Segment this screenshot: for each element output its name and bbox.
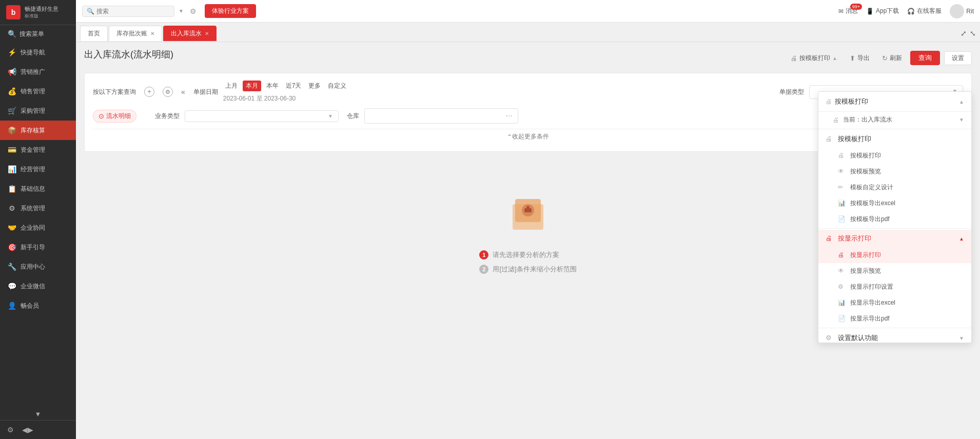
sidebar-item-finance[interactable]: 💳 资金管理 [0, 140, 76, 159]
message-icon: ✉ [838, 8, 844, 15]
filter-biztype-area: 业务类型 ▼ [155, 110, 339, 122]
item-display-printer-icon: 🖨 [838, 251, 846, 260]
tab-flow-close[interactable]: ✕ [205, 31, 209, 36]
tab-flow[interactable]: 出入库流水 ✕ [163, 26, 217, 41]
sidebar-settings-icon[interactable]: ⚙ [7, 426, 14, 434]
date-prev-month[interactable]: 上月 [223, 81, 240, 91]
export-button[interactable]: ⬆ 导出 [846, 52, 874, 65]
template-print-label: 按模板打印 [799, 54, 830, 63]
filter-label: 按以下方案查询 [93, 88, 136, 96]
item-display-print[interactable]: 🖨 按显示打印 [818, 247, 971, 263]
filter-setting-button[interactable]: ⚙ [163, 87, 173, 97]
user-area[interactable]: Rit [950, 4, 974, 18]
sidebar-item-marketing[interactable]: 📢 营销推广 [0, 62, 76, 82]
sidebar-item-apps[interactable]: 🔧 应用中心 [0, 257, 76, 276]
search-icon: 🔍 [7, 29, 16, 38]
sidebar-item-member[interactable]: 👤 畅会员 [0, 296, 76, 315]
section-display-print: 🖨 按显示打印 ▲ 🖨 按显示打印 👁 按显示预览 [818, 230, 971, 327]
tab-batch[interactable]: 库存批次账 ✕ [109, 26, 162, 41]
sidebar-item-wechat[interactable]: 💬 企业微信 [0, 276, 76, 296]
tabbar: 首页 库存批次账 ✕ 出入库流水 ✕ ⤢ ⤡ [76, 23, 980, 42]
filter-tag[interactable]: ⊙ 流水明细 [93, 110, 136, 123]
search-chevron-icon[interactable]: ▼ [179, 8, 184, 14]
biz-type-select[interactable]: ▼ [185, 110, 339, 122]
item-pdf-icon: 📄 [838, 215, 846, 224]
item-template-print[interactable]: 🖨 按模板打印 [818, 148, 971, 164]
warehouse-select[interactable]: ··· [364, 108, 518, 124]
tab-home-label: 首页 [88, 29, 100, 38]
item-excel-icon: 📊 [838, 199, 846, 208]
sidebar-item-coop[interactable]: 🤝 企业协同 [0, 218, 76, 237]
sidebar-toggle-icon[interactable]: ◀▶ [22, 426, 33, 434]
date-more[interactable]: 更多 [306, 81, 323, 91]
purchase-icon: 🛒 [7, 106, 16, 115]
tab-batch-close[interactable]: ✕ [150, 31, 154, 36]
message-button[interactable]: ✉ 消息 99+ [838, 7, 858, 15]
search-input[interactable] [96, 8, 158, 15]
sidebar-scroll-down[interactable]: ▼ [0, 408, 76, 420]
filter-tag-icon: ⊙ [99, 112, 104, 120]
app-download-button[interactable]: 📱 App下载 [866, 7, 899, 15]
filter-date-area: 单据日期 上月 本月 本年 近7天 更多 自定义 2023-06-01 至 20… [193, 81, 771, 103]
avatar [950, 4, 964, 18]
section-default-setting: ⚙ 设置默认功能 ▼ [818, 329, 971, 343]
sidebar-item-quick-nav[interactable]: ⚡ 快捷导航 [0, 43, 76, 62]
item-template-excel[interactable]: 📊 按模板导出excel [818, 195, 971, 211]
item-label: 按显示打印 [850, 251, 881, 260]
filter-warehouse-area: 仓库 ··· [347, 108, 518, 124]
filter-collapse-left[interactable]: « [181, 88, 185, 96]
sidebar-search-item[interactable]: 🔍 搜索菜单 [0, 25, 76, 43]
sidebar-item-system[interactable]: ⚙ 系统管理 [0, 198, 76, 218]
section-display-header[interactable]: 🖨 按显示打印 ▲ [818, 230, 971, 247]
item-display-excel[interactable]: 📊 按显示导出excel [818, 295, 971, 311]
filter-add-button[interactable]: + [144, 87, 154, 97]
date-custom[interactable]: 自定义 [326, 81, 348, 91]
inventory-icon: 📦 [7, 126, 16, 135]
sidebar-item-purchase[interactable]: 🛒 采购管理 [0, 101, 76, 121]
settings-button[interactable]: 设置 [944, 51, 972, 65]
warehouse-more-icon: ··· [506, 111, 513, 121]
item-label: 按显示导出pdf [850, 314, 890, 323]
refresh-button[interactable]: ↻ 刷新 [878, 52, 906, 65]
section-template-print: 🖨 按模板打印 🖨 按模板打印 👁 按模板预览 ✏ [818, 130, 971, 227]
item-display-pdf[interactable]: 📄 按显示导出pdf [818, 311, 971, 327]
sidebar-item-operation[interactable]: 📊 经营管理 [0, 159, 76, 179]
sidebar-item-sales[interactable]: 💰 销售管理 [0, 82, 76, 101]
item-label: 按显示预览 [850, 267, 881, 275]
tab-expand-icon[interactable]: ⤢ [961, 29, 967, 37]
sidebar-item-inventory[interactable]: 📦 库存核算 [0, 121, 76, 140]
refresh-label: 刷新 [890, 54, 902, 63]
date-current-month[interactable]: 本月 [243, 81, 261, 91]
trial-button[interactable]: 体验行业方案 [205, 4, 256, 18]
query-button[interactable]: 查询 [910, 51, 940, 65]
tab-collapse-icon[interactable]: ⤡ [970, 29, 976, 37]
sidebar-nav: 🔍 搜索菜单 ⚡ 快捷导航 📢 营销推广 💰 销售管理 🛒 采购管理 📦 [0, 25, 76, 408]
sidebar-item-label: 经营管理 [21, 165, 45, 174]
topbar-gear-icon[interactable]: ⚙ [190, 7, 197, 15]
dropdown-divider-3 [818, 328, 971, 328]
dropdown-header-arrow: ▲ [959, 99, 964, 105]
sidebar-item-label: 快捷导航 [21, 48, 45, 57]
sidebar-item-basic[interactable]: 📋 基础信息 [0, 179, 76, 198]
step-2-text: 用[过滤]条件来缩小分析范围 [493, 265, 576, 274]
tab-home[interactable]: 首页 [80, 26, 108, 41]
marketing-icon: 📢 [7, 67, 16, 76]
template-print-button[interactable]: 🖨 按模板打印 ▲ [787, 52, 841, 65]
item-display-preview[interactable]: 👁 按显示预览 [818, 263, 971, 279]
item-display-settings-icon: ⚙ [838, 283, 846, 291]
section-template-header[interactable]: 🖨 按模板打印 [818, 130, 971, 148]
topbar-search-box[interactable]: 🔍 [82, 6, 174, 17]
sidebar-item-label: 系统管理 [21, 204, 45, 213]
date-7days[interactable]: 近7天 [284, 81, 304, 91]
item-template-pdf[interactable]: 📄 按模板导出pdf [818, 211, 971, 227]
section-default-header[interactable]: ⚙ 设置默认功能 ▼ [818, 329, 971, 343]
sidebar-item-label: 企业微信 [21, 282, 45, 291]
sidebar-logo: b 畅捷通好生意 标准版 [0, 0, 76, 25]
service-button[interactable]: 🎧 在线客服 [907, 7, 942, 15]
item-template-preview[interactable]: 👁 按模板预览 [818, 164, 971, 179]
item-template-custom[interactable]: ✏ 模板自定义设计 [818, 179, 971, 195]
sidebar-item-guide[interactable]: 🎯 新手引导 [0, 237, 76, 257]
item-display-settings[interactable]: ⚙ 按显示打印设置 [818, 279, 971, 295]
printer-header-icon: 🖨 [826, 98, 832, 105]
date-year[interactable]: 本年 [264, 81, 281, 91]
